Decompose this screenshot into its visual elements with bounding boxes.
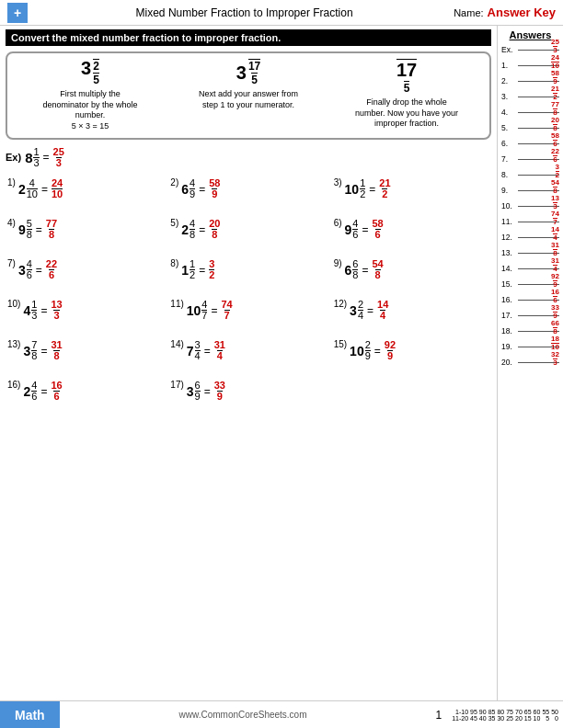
prob-whole-6: 9 (345, 222, 352, 237)
answer-line: 92 9 (518, 284, 559, 285)
answer-label: 20. (501, 358, 518, 367)
answer-key-label: Answer Key (488, 6, 556, 19)
answer-line: 33 9 (518, 315, 559, 316)
prob-mixed-4: 9 5 8 (18, 219, 32, 240)
prob-mixed-13: 3 7 8 (23, 340, 37, 361)
answer-line: 58 6 (518, 143, 559, 144)
prob-ans-11: 74 7 (222, 300, 233, 321)
prob-mixed-9: 6 6 8 (345, 259, 359, 280)
problem-12: 12) 3 2 4 = 14 4 (332, 293, 491, 328)
answers-sidebar: Answers Ex. 25 3 1. 24 10 2. (497, 26, 563, 700)
prob-num-13: 13) (7, 339, 20, 349)
prob-num-17: 17) (170, 380, 183, 390)
footer: Math www.CommonCoreSheets.com 1 1-109590… (0, 700, 563, 728)
problem-2: 2) 6 4 9 = 58 9 (168, 172, 327, 207)
ex-answer-frac: 25 3 (53, 147, 64, 168)
prob-ans-2: 58 9 (209, 178, 220, 199)
answer-label: 2. (501, 76, 518, 85)
answer-label: 17. (501, 311, 518, 320)
ex-label: Ex) (6, 152, 21, 163)
answer-line: 14 4 (518, 237, 559, 238)
prob-mixed-14: 7 3 4 (187, 340, 201, 361)
footer-url: www.CommonCoreSheets.com (60, 710, 427, 720)
prob-frac-8: 1 2 (190, 259, 195, 280)
prob-ans-6: 58 6 (373, 219, 384, 240)
prob-num-12: 12) (334, 299, 347, 309)
prob-ans-3: 21 2 (379, 178, 390, 199)
prob-num-9: 9) (334, 258, 342, 268)
prob-mixed-5: 2 4 8 (181, 219, 195, 240)
prob-mixed-7: 3 4 6 (18, 259, 32, 280)
prob-frac-4: 5 8 (27, 219, 32, 240)
prob-whole-8: 1 (181, 263, 189, 278)
prob-ans-17: 33 9 (214, 381, 225, 402)
footer-math-label: Math (0, 701, 60, 728)
prob-ans-1: 24 10 (52, 178, 63, 199)
prob-ans-7: 22 6 (46, 259, 57, 280)
prob-mixed-11: 10 4 7 (187, 300, 208, 321)
prob-num-6: 6) (334, 218, 342, 228)
prob-num-7: 7) (7, 258, 16, 268)
problem-1: 1) 2 4 10 = 24 10 (6, 172, 165, 207)
answer-ex-line: 25 3 (518, 50, 559, 51)
problem-7: 7) 3 4 6 = 22 6 (6, 253, 165, 288)
problem-9: 9) 6 6 8 = 54 8 (332, 253, 491, 288)
prob-ans-8: 3 2 (209, 259, 214, 280)
problem-5: 5) 2 4 8 = 20 8 (168, 212, 327, 247)
prob-whole-17: 3 (187, 384, 194, 399)
answer-label: 3. (501, 92, 518, 101)
answer-line: 74 7 (518, 222, 559, 222)
answer-line: 13 3 (518, 206, 559, 207)
prob-mixed-6: 9 4 6 (345, 219, 359, 240)
answer-label: 6. (501, 139, 518, 148)
prob-mixed-12: 3 2 4 (350, 300, 363, 321)
problem-16: 16) 2 4 6 = 16 6 (6, 374, 165, 409)
prob-mixed-3: 10 1 2 (345, 178, 366, 199)
answer-line: 22 6 (518, 159, 559, 160)
prob-ans-16: 16 6 (51, 381, 62, 402)
answer-line: 20 8 (518, 128, 559, 129)
answer-line: 16 6 (518, 300, 559, 301)
step2: 3 17 5 Next add your answer fromstep 1 t… (173, 59, 324, 110)
problem-15: 15) 10 2 9 = 92 9 (332, 334, 491, 369)
answer-label: 1. (501, 61, 518, 70)
answer-line: 21 2 (518, 97, 559, 97)
answer-label: 13. (501, 248, 518, 257)
answer-item-7: 7. 22 6 (501, 152, 559, 166)
prob-ans-10: 13 3 (51, 300, 62, 321)
prob-num-4: 4) (7, 218, 16, 228)
prob-whole-11: 10 (187, 303, 201, 318)
prob-whole-1: 2 (18, 182, 26, 197)
answer-line: 31 4 (518, 268, 559, 269)
answer-label: 14. (501, 264, 518, 273)
prob-whole-16: 2 (23, 384, 30, 399)
prob-mixed-1: 2 4 10 (18, 178, 38, 199)
prob-num-1: 1) (7, 177, 16, 188)
prob-num-16: 16) (7, 380, 20, 390)
prob-mixed-10: 4 1 3 (23, 300, 37, 321)
prob-mixed-17: 3 6 9 (187, 381, 201, 402)
problem-17: 17) 3 6 9 = 33 9 (168, 374, 327, 409)
answer-line: 32 3 (518, 362, 559, 363)
answer-label: 7. (501, 154, 518, 164)
header: + Mixed Number Fraction to Improper Frac… (0, 0, 563, 26)
answer-frac: 32 3 (551, 351, 559, 369)
prob-num-14: 14) (170, 339, 183, 349)
prob-frac-17: 6 9 (195, 381, 201, 402)
prob-frac-15: 2 9 (365, 340, 371, 361)
prob-frac-13: 7 8 (31, 340, 37, 361)
prob-mixed-2: 6 4 9 (181, 178, 195, 199)
prob-frac-11: 4 7 (201, 300, 207, 321)
instruction-text: Convert the mixed number fraction to imp… (6, 29, 491, 46)
answers-list: 1. 24 10 2. 58 9 3. 21 2 (501, 58, 559, 370)
prob-num-3: 3) (334, 177, 342, 188)
problem-8: 8) 1 1 2 = 3 2 (168, 253, 327, 288)
problems-grid: 1) 2 4 10 = 24 10 2) 6 4 9 (6, 172, 491, 409)
answer-label: 11. (501, 217, 518, 226)
answer-line: 24 10 (518, 65, 559, 66)
prob-ans-15: 92 9 (385, 340, 396, 361)
prob-num-2: 2) (170, 177, 178, 188)
prob-whole-12: 3 (350, 303, 357, 318)
prob-frac-9: 6 8 (352, 259, 358, 280)
answer-ex-label: Ex. (501, 45, 518, 54)
